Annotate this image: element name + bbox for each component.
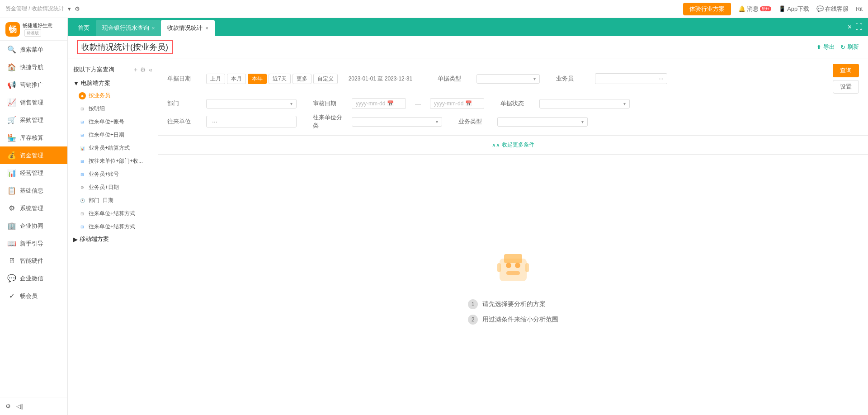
filter-wrapper: 单据日期 上月 本月 本年 近7天 更多 自定义 2023-01-01 至 20… bbox=[158, 58, 868, 155]
tab-receipt-label: 收款情况统计 bbox=[167, 24, 203, 32]
tree-item-counterpart-settlement1[interactable]: ⊞ 往来单位+结算方式 bbox=[68, 207, 158, 220]
sidebar-item-hardware[interactable]: 🖥 智能硬件 bbox=[0, 252, 67, 269]
scheme-settings-btn[interactable]: ⚙ bbox=[140, 66, 146, 73]
settings-btn[interactable]: ⚙ bbox=[75, 5, 80, 12]
date-tab-this-month[interactable]: 本月 bbox=[227, 74, 246, 84]
sidebar-item-wechat[interactable]: 💬 企业微信 bbox=[0, 269, 67, 287]
enterprise-icon: 🏢 bbox=[7, 222, 16, 230]
page-actions: ⬆ 导出 ↻ 刷新 bbox=[816, 43, 859, 51]
add-scheme-btn[interactable]: + bbox=[134, 66, 137, 73]
sidebar-item-quicknav[interactable]: 🏠 快捷导航 bbox=[0, 58, 67, 76]
chevron-down-icon: ▾ bbox=[581, 119, 584, 124]
tree-item-salesperson-account[interactable]: ⊞ 业务员+账号 bbox=[68, 168, 158, 181]
tree-section-desktop[interactable]: ▼ 电脑端方案 bbox=[68, 77, 158, 89]
export-btn[interactable]: ⬆ 导出 bbox=[816, 43, 835, 51]
main-layout: 畅 畅捷通好生意 标准版 🔍 搜索菜单 🏠 快捷导航 📢 营销推广 📈 销售管理… bbox=[0, 18, 868, 415]
sidebar-item-marketing[interactable]: 📢 营销推广 bbox=[0, 76, 67, 94]
sidebar-item-vip[interactable]: ✓ 畅会员 bbox=[0, 287, 67, 305]
tab-bank[interactable]: 现金银行流水查询 × bbox=[96, 20, 161, 36]
tree-item-counterpart-account[interactable]: ⊞ 往来单位+账号 bbox=[68, 115, 158, 128]
tab-receipt[interactable]: 收款情况统计 × bbox=[161, 20, 214, 36]
more-icon: ··· bbox=[659, 75, 663, 82]
counterpart-category-select[interactable]: ▾ bbox=[352, 117, 442, 127]
panel-collapse-btn[interactable]: « bbox=[149, 66, 152, 73]
salesperson-select[interactable]: ··· bbox=[595, 73, 667, 84]
sidebar-item-system[interactable]: ⚙ 系统管理 bbox=[0, 199, 67, 217]
sidebar-bottom: ⚙ ◁∥ bbox=[0, 397, 67, 415]
counterpart-more-btn[interactable]: ··· bbox=[210, 118, 219, 125]
panel-header-title: 按以下方案查询 bbox=[73, 66, 114, 74]
tree-item-salesperson-date[interactable]: ⚙ 业务员+日期 bbox=[68, 181, 158, 194]
vip-icon: ✓ bbox=[7, 292, 16, 300]
tree-item-label: 业务员+日期 bbox=[89, 184, 119, 191]
top-bar-left: 资金管理 / 收款情况统计 ▾ ⚙ bbox=[5, 5, 80, 13]
query-btn[interactable]: 查询 bbox=[833, 64, 859, 77]
tree-section-mobile-label: 移动端方案 bbox=[80, 235, 109, 243]
biz-type-select[interactable]: ▾ bbox=[497, 117, 588, 127]
service-btn[interactable]: 💬 在线客服 bbox=[816, 5, 849, 13]
chevron-down-icon: ▾ bbox=[533, 76, 536, 81]
tab-bank-close[interactable]: × bbox=[152, 25, 155, 31]
sidebar-item-label: 销售管理 bbox=[20, 99, 43, 107]
empty-steps: 1 请先选择要分析的方案 2 用过滤条件来缩小分析范围 bbox=[468, 299, 558, 325]
sidebar-item-sales[interactable]: 📈 销售管理 bbox=[0, 94, 67, 111]
tree-item-label: 往来单位+账号 bbox=[89, 118, 124, 126]
tree-item-by-salesperson[interactable]: ● 按业务员 bbox=[68, 89, 158, 102]
basic-icon: 📋 bbox=[7, 186, 16, 195]
date-tab-more[interactable]: 更多 bbox=[292, 74, 311, 84]
dropdown-btn[interactable]: ▾ bbox=[68, 5, 71, 12]
collapse-bar: ∧∧ 收起更多条件 bbox=[158, 136, 868, 155]
tree-item-counterpart-settlement2[interactable]: ⊞ 往来单位+结算方式 bbox=[68, 220, 158, 233]
date-tab-7days[interactable]: 近7天 bbox=[269, 74, 291, 84]
tree-item-by-detail[interactable]: ⊞ 按明细 bbox=[68, 102, 158, 115]
purchase-icon: 🛒 bbox=[7, 116, 16, 124]
filter-setting-btn[interactable]: 设置 bbox=[833, 80, 859, 94]
tab-close-btn[interactable]: × bbox=[848, 23, 852, 31]
service-label: 在线客服 bbox=[825, 5, 849, 13]
date-tabs: 上月 本月 本年 近7天 更多 自定义 bbox=[206, 74, 338, 84]
dept-select[interactable]: ▾ bbox=[206, 99, 297, 108]
tree-item-counterpart-dept-recv[interactable]: ⊞ 按往来单位+部门+收... bbox=[68, 155, 158, 168]
tree-item-counterpart-date[interactable]: ⊞ 往来单位+日期 bbox=[68, 128, 158, 141]
sidebar-item-label: 新手引导 bbox=[20, 240, 43, 248]
collapse-sidebar-btn[interactable]: ◁∥ bbox=[16, 403, 24, 410]
tree-item-dept-date[interactable]: 🕐 部门+日期 bbox=[68, 194, 158, 207]
empty-illustration bbox=[491, 245, 536, 290]
tree-section-mobile[interactable]: ▶ 移动端方案 bbox=[68, 233, 158, 245]
counterpart-input[interactable]: ··· bbox=[206, 116, 297, 127]
tab-home[interactable]: 首页 bbox=[71, 20, 96, 36]
sidebar-item-search[interactable]: 🔍 搜索菜单 bbox=[0, 41, 67, 58]
review-date-end[interactable]: yyyy-mm-dd 📅 bbox=[430, 98, 484, 109]
panel-header-actions: + ⚙ « bbox=[134, 66, 152, 73]
trial-btn[interactable]: 体验行业方案 bbox=[683, 3, 731, 15]
message-btn[interactable]: 🔔 消息 99+ bbox=[738, 5, 771, 13]
tree-item-salesperson-settlement[interactable]: 📊 业务员+结算方式 bbox=[68, 141, 158, 155]
collapse-more-btn[interactable]: ∧∧ 收起更多条件 bbox=[160, 137, 866, 152]
right-panel: 单据日期 上月 本月 本年 近7天 更多 自定义 2023-01-01 至 20… bbox=[158, 58, 868, 415]
top-bar: 资金管理 / 收款情况统计 ▾ ⚙ 体验行业方案 🔔 消息 99+ 📱 App下… bbox=[0, 0, 868, 18]
marketing-icon: 📢 bbox=[7, 80, 16, 89]
review-date-start[interactable]: yyyy-mm-dd 📅 bbox=[352, 98, 406, 109]
date-tab-last-month[interactable]: 上月 bbox=[206, 74, 225, 84]
app-download-btn[interactable]: 📱 App下载 bbox=[778, 5, 809, 13]
date-tab-this-year[interactable]: 本年 bbox=[248, 74, 267, 84]
refresh-btn[interactable]: ↻ 刷新 bbox=[840, 43, 859, 51]
scheme-icon: 📊 bbox=[79, 145, 86, 152]
sidebar-item-guide[interactable]: 📖 新手引导 bbox=[0, 235, 67, 252]
tab-maximize-btn[interactable]: ⛶ bbox=[855, 23, 863, 31]
scheme-icon: ⊞ bbox=[79, 171, 86, 178]
sidebar-item-purchase[interactable]: 🛒 采购管理 bbox=[0, 111, 67, 129]
sidebar-item-basic[interactable]: 📋 基础信息 bbox=[0, 182, 67, 199]
doc-status-select[interactable]: ▾ bbox=[539, 99, 630, 108]
sidebar-item-enterprise[interactable]: 🏢 企业协同 bbox=[0, 217, 67, 235]
doc-type-select[interactable]: ▾ bbox=[476, 74, 540, 84]
sidebar-item-finance[interactable]: 💰 资金管理 bbox=[0, 146, 67, 164]
settings-small-btn[interactable]: ⚙ bbox=[5, 403, 11, 410]
sidebar-item-inventory[interactable]: 🏪 库存核算 bbox=[0, 129, 67, 146]
svg-rect-6 bbox=[497, 263, 501, 272]
message-badge: 99+ bbox=[760, 6, 771, 11]
sidebar-item-operations[interactable]: 📊 经营管理 bbox=[0, 164, 67, 182]
date-tab-custom[interactable]: 自定义 bbox=[313, 74, 338, 84]
tab-receipt-close[interactable]: × bbox=[205, 25, 208, 31]
guide-icon: 📖 bbox=[7, 239, 16, 248]
